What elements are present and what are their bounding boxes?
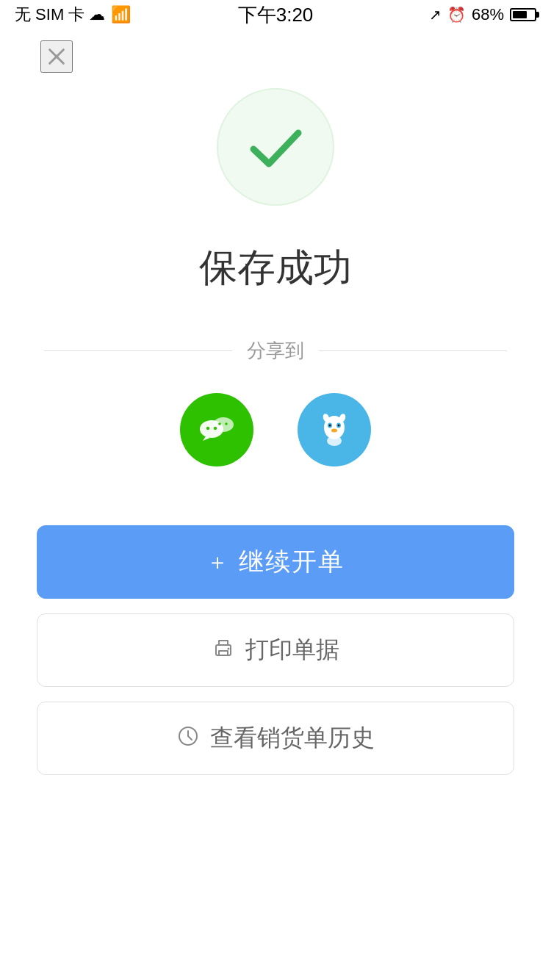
status-right: ↗ ⏰ 68%	[429, 5, 536, 24]
action-buttons: ＋ 继续开单 打印单据 查看销货单历史	[0, 525, 551, 775]
share-row	[180, 393, 371, 466]
divider-left	[44, 350, 232, 351]
print-label: 打印单据	[245, 634, 339, 666]
divider-right	[319, 350, 507, 351]
svg-point-15	[327, 436, 342, 446]
history-label: 查看销货单历史	[210, 722, 375, 754]
svg-point-20	[228, 647, 230, 649]
close-icon	[46, 46, 67, 67]
continue-button[interactable]: ＋ 继续开单	[37, 525, 514, 599]
svg-point-13	[338, 425, 340, 427]
wechat-icon	[195, 408, 238, 451]
svg-point-7	[225, 422, 228, 425]
battery-percentage: 68%	[472, 5, 504, 24]
wifi-icon: 📶	[111, 5, 131, 24]
svg-point-14	[331, 429, 337, 433]
checkmark-icon	[242, 114, 309, 180]
location-icon: ↗	[429, 6, 442, 24]
share-label: 分享到	[232, 338, 319, 364]
main-content: 保存成功 分享到	[0, 29, 551, 980]
svg-point-6	[218, 422, 221, 425]
no-sim-text: 无 SIM 卡 ☁	[15, 4, 105, 26]
svg-rect-19	[219, 651, 228, 655]
alarm-icon: ⏰	[447, 6, 466, 24]
close-button[interactable]	[40, 40, 73, 73]
history-button[interactable]: 查看销货单历史	[37, 702, 514, 775]
svg-point-12	[329, 425, 331, 427]
svg-point-3	[213, 417, 234, 432]
continue-label: 继续开单	[239, 545, 345, 579]
qq-icon	[313, 408, 356, 451]
status-bar: 无 SIM 卡 ☁ 📶 下午3:20 ↗ ⏰ 68%	[0, 0, 551, 29]
share-divider: 分享到	[0, 338, 551, 364]
status-left: 无 SIM 卡 ☁ 📶	[15, 4, 131, 26]
status-time: 下午3:20	[238, 2, 314, 28]
printer-icon	[212, 636, 235, 665]
success-title: 保存成功	[199, 242, 352, 294]
share-qq-button[interactable]	[298, 393, 371, 466]
svg-point-4	[206, 427, 209, 430]
success-circle	[217, 88, 334, 206]
share-wechat-button[interactable]	[180, 393, 253, 466]
battery-fill	[513, 11, 527, 18]
battery-icon	[510, 8, 536, 21]
print-button[interactable]: 打印单据	[37, 613, 514, 687]
plus-icon: ＋	[206, 547, 228, 577]
clock-icon	[176, 724, 200, 753]
svg-point-5	[214, 427, 217, 430]
